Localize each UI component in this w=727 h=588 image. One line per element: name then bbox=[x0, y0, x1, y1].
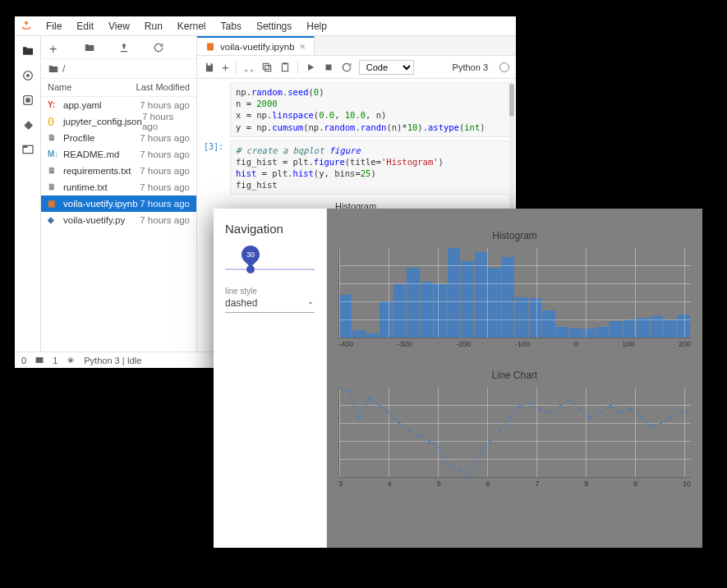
svg-point-51 bbox=[679, 411, 682, 414]
svg-rect-15 bbox=[36, 357, 44, 363]
menu-file[interactable]: File bbox=[39, 19, 68, 34]
file-row[interactable]: M↓README.md7 hours ago bbox=[41, 146, 196, 163]
svg-point-42 bbox=[589, 417, 591, 420]
svg-point-52 bbox=[690, 408, 691, 411]
linestyle-dropdown[interactable]: dashed bbox=[225, 296, 315, 313]
hist-bar bbox=[582, 328, 595, 338]
svg-point-25 bbox=[418, 434, 421, 437]
file-type-icon: ▣ bbox=[48, 199, 58, 209]
refresh-icon[interactable] bbox=[153, 42, 164, 53]
paste-icon[interactable] bbox=[279, 62, 291, 73]
filebrowser-toolbar: + bbox=[41, 36, 196, 59]
restart-icon[interactable] bbox=[341, 62, 352, 73]
xtick: 10 bbox=[683, 480, 691, 488]
breadcrumb[interactable]: / bbox=[41, 59, 196, 79]
svg-point-38 bbox=[549, 411, 551, 414]
hist-bar bbox=[529, 298, 541, 338]
svg-point-9 bbox=[251, 69, 252, 71]
menu-view[interactable]: View bbox=[102, 19, 136, 34]
svg-point-37 bbox=[539, 408, 541, 411]
close-icon[interactable]: × bbox=[300, 40, 306, 53]
stop-icon[interactable] bbox=[323, 62, 334, 73]
file-row[interactable]: 🗎runtime.txt7 hours ago bbox=[41, 179, 196, 195]
menu-edit[interactable]: Edit bbox=[70, 19, 100, 34]
menu-tabs[interactable]: Tabs bbox=[214, 19, 248, 34]
new-folder-icon[interactable] bbox=[84, 42, 95, 53]
header-name[interactable]: Name bbox=[48, 82, 71, 93]
kernel-name[interactable]: Python 3 bbox=[453, 62, 488, 72]
running-icon[interactable] bbox=[21, 69, 35, 82]
dropdown-value: dashed bbox=[225, 297, 257, 309]
filebrowser: + / Name Last Modified Y:app.yaml7 hours… bbox=[41, 36, 197, 351]
code-cell[interactable]: np.random.seed(0) n = 2000 x = np.linspa… bbox=[197, 82, 513, 137]
hist-bar bbox=[366, 333, 379, 338]
status-mode-num: 1 bbox=[53, 356, 58, 365]
xtick: 9 bbox=[633, 480, 637, 488]
file-name: jupyter_config.json bbox=[63, 117, 142, 126]
hist-bar bbox=[664, 319, 676, 338]
tabs-icon[interactable] bbox=[21, 143, 35, 156]
file-name: voila-vuetify.py bbox=[63, 215, 125, 225]
xtick: -200 bbox=[456, 340, 471, 348]
hist-bar bbox=[651, 316, 663, 338]
file-type-icon: 🗎 bbox=[48, 182, 58, 193]
terminal-status-icon[interactable] bbox=[35, 356, 44, 365]
cell-type-select[interactable]: Code bbox=[359, 60, 414, 75]
copy-icon[interactable] bbox=[261, 62, 273, 73]
svg-point-39 bbox=[559, 404, 562, 407]
xtick: 5 bbox=[437, 480, 441, 488]
nav-drawer: Navigation 30 line style dashed bbox=[214, 209, 327, 548]
filebrowser-header: Name Last Modified bbox=[41, 79, 196, 97]
file-row[interactable]: Y:app.yaml7 hours ago bbox=[41, 97, 196, 113]
svg-point-44 bbox=[610, 404, 612, 407]
menu-settings[interactable]: Settings bbox=[250, 19, 298, 34]
header-modified[interactable]: Last Modified bbox=[136, 82, 190, 93]
settings-status-icon[interactable] bbox=[66, 356, 76, 365]
commands-icon[interactable] bbox=[21, 94, 35, 107]
file-row[interactable]: ◆voila-vuetify.py7 hours ago bbox=[41, 212, 196, 228]
voila-window: Navigation 30 line style dashed Histogra… bbox=[214, 209, 702, 548]
file-row[interactable]: 🗎Procfile7 hours ago bbox=[41, 130, 196, 146]
menu-help[interactable]: Help bbox=[300, 19, 334, 34]
file-name: Procfile bbox=[63, 133, 94, 143]
save-icon[interactable] bbox=[204, 62, 215, 73]
tab-title: voila-vuetify.ipynb bbox=[220, 42, 295, 52]
svg-point-32 bbox=[489, 440, 491, 443]
svg-point-27 bbox=[439, 448, 441, 450]
file-time: 7 hours ago bbox=[140, 199, 190, 209]
svg-rect-11 bbox=[263, 63, 269, 69]
svg-rect-7 bbox=[207, 43, 214, 50]
hist-bar bbox=[623, 319, 636, 338]
file-type-icon: Y: bbox=[48, 100, 58, 111]
xtick: 6 bbox=[486, 480, 490, 488]
hist-bar bbox=[407, 268, 419, 338]
cell-body[interactable]: np.random.seed(0) n = 2000 x = np.linspa… bbox=[230, 82, 513, 137]
svg-point-33 bbox=[499, 430, 501, 432]
code-cell[interactable]: [3]:# create a bqplot figure fig_hist = … bbox=[197, 140, 513, 195]
file-time: 7 hours ago bbox=[140, 149, 190, 159]
xtick: 3 bbox=[338, 480, 343, 488]
cell-body[interactable]: # create a bqplot figure fig_hist = plt.… bbox=[230, 140, 513, 195]
insert-cell-icon[interactable]: + bbox=[222, 60, 229, 74]
file-row[interactable]: {}jupyter_config.json7 hours ago bbox=[41, 113, 196, 130]
menu-kernel[interactable]: Kernel bbox=[171, 19, 213, 34]
menu-run[interactable]: Run bbox=[138, 19, 169, 34]
file-time: 7 hours ago bbox=[142, 112, 190, 131]
cut-icon[interactable] bbox=[243, 62, 255, 73]
file-type-icon: {} bbox=[48, 117, 58, 127]
extensions-icon[interactable] bbox=[21, 118, 35, 131]
tab-notebook[interactable]: voila-vuetify.ipynb × bbox=[197, 36, 315, 55]
upload-icon[interactable] bbox=[118, 42, 130, 53]
run-icon[interactable] bbox=[305, 62, 316, 73]
filebrowser-icon[interactable] bbox=[21, 44, 35, 57]
svg-point-36 bbox=[529, 402, 531, 405]
hist-bar bbox=[542, 310, 554, 338]
slider[interactable]: 30 bbox=[225, 247, 315, 275]
xtick: -300 bbox=[398, 340, 412, 348]
file-row[interactable]: 🗎requirements.txt7 hours ago bbox=[41, 163, 196, 179]
xtick: 0 bbox=[574, 340, 578, 348]
file-row[interactable]: ▣voila-vuetify.ipynb7 hours ago bbox=[41, 195, 196, 212]
new-launcher-icon[interactable]: + bbox=[49, 42, 61, 53]
xtick: -100 bbox=[515, 340, 530, 348]
chevron-down-icon bbox=[306, 299, 315, 307]
